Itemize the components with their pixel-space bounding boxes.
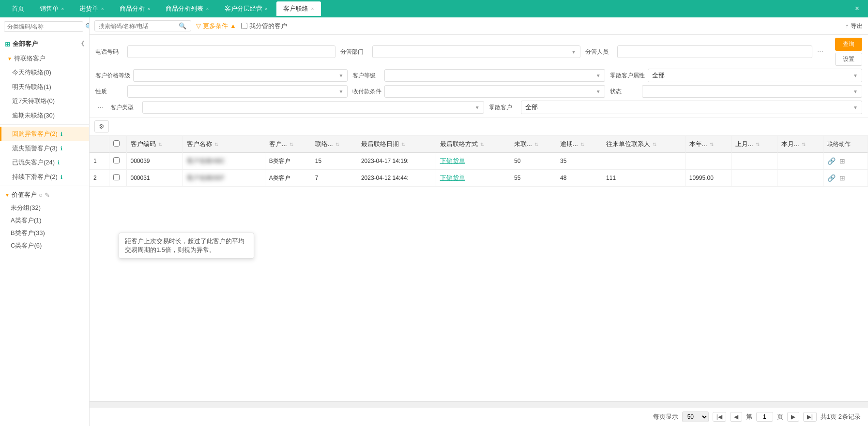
payment-select[interactable]: ▼ <box>384 85 605 98</box>
tab-customer-tier-close[interactable]: × <box>265 6 268 12</box>
next-page-btn[interactable]: ▶ <box>787 412 799 422</box>
tab-sales[interactable]: 销售单 × <box>33 1 71 16</box>
pending-section-header[interactable]: ▼ 待联络客户 <box>0 52 89 65</box>
customer-name-2: 客户名称DEF <box>187 174 225 181</box>
sidebar-search-icon[interactable]: 🔍 <box>85 23 90 30</box>
sidebar-item-already-lost[interactable]: 已流失客户(24) ℹ <box>0 155 89 170</box>
col-uncontacted: 未联... ⇅ <box>510 136 556 153</box>
tab-analysis-list-close[interactable]: × <box>206 6 209 12</box>
sidebar-item-repurchase-abnormal[interactable]: 回购异常客户(2) ℹ <box>0 127 89 141</box>
per-page-select[interactable]: 50 20 100 <box>682 411 709 422</box>
window-close-btn[interactable]: × <box>851 4 863 13</box>
sidebar-item-7days[interactable]: 近7天待联络(0) <box>0 94 89 108</box>
sidebar-item-tomorrow[interactable]: 明天待联络(1) <box>0 80 89 94</box>
all-customers-header[interactable]: ⊞ 全部客户 《 <box>0 36 89 52</box>
sidebar-item-ungrouped[interactable]: 未分组(32) <box>0 202 89 214</box>
tab-purchase[interactable]: 进货单 × <box>73 1 110 16</box>
col-last-month-sort[interactable]: ⇅ <box>756 142 760 147</box>
prev-page-btn[interactable]: ◀ <box>730 412 742 422</box>
more-conditions-btn[interactable]: ▽ 更多条件 ▲ <box>196 22 236 30</box>
col-last-contact-date: 最后联络日期 ⇅ <box>357 136 436 153</box>
customer-grade-select[interactable]: ▼ <box>384 69 605 82</box>
filter-search-icon[interactable]: 🔍 <box>179 22 186 29</box>
sidebar-item-declining[interactable]: 持续下滑客户(2) ℹ <box>0 170 89 184</box>
table-container: 距客户上次交易时长，超过了此客户的平均交易周期的1.5倍，则视为异常。 客户编码… <box>90 136 868 401</box>
filter-search-input[interactable] <box>99 23 176 29</box>
col-code-sort[interactable]: ⇅ <box>158 142 162 147</box>
first-page-btn[interactable]: |◀ <box>713 412 726 422</box>
last-page-btn[interactable]: ▶| <box>803 412 817 422</box>
row2-checkbox[interactable] <box>113 174 120 180</box>
col-customer-type-sort[interactable]: ⇅ <box>289 142 293 147</box>
status-select[interactable]: ▼ <box>642 85 862 98</box>
col-last-contact-date-sort[interactable]: ⇅ <box>401 142 405 147</box>
col-overdue-sort[interactable]: ⇅ <box>580 142 584 147</box>
filter-toolbar: 🔍 ▽ 更多条件 ▲ 我分管的客户 ↑ 导出 <box>90 17 868 35</box>
table-row[interactable]: 2 000031 客户名称DEF A类客户 7 2023-04-12 14:44… <box>90 170 868 187</box>
sidebar-item-lost-warning[interactable]: 流失预警客户(3) ℹ <box>0 141 89 156</box>
cell-uncontacted-1: 50 <box>510 153 556 170</box>
tab-customer-contact-close[interactable]: × <box>311 6 314 12</box>
export-icon: ↑ <box>846 22 849 29</box>
cell-this-year-2: 10995.00 <box>685 170 731 187</box>
table-gear-btn[interactable]: ⚙ <box>94 120 109 132</box>
sidebar-item-a-class[interactable]: A类客户(1) <box>0 214 89 227</box>
tab-customer-contact[interactable]: 客户联络 × <box>276 1 320 16</box>
sidebar-item-b-class[interactable]: B类客户(33) <box>0 227 89 239</box>
tab-analysis[interactable]: 商品分析 × <box>113 1 157 16</box>
cell-contacts-2: 111 <box>602 170 685 187</box>
tab-analysis-list[interactable]: 商品分析列表 × <box>159 1 215 16</box>
value-edit-icon[interactable]: ○ <box>39 191 43 199</box>
customer-type-select[interactable]: ▼ <box>142 101 484 114</box>
col-contact-count-sort[interactable]: ⇅ <box>335 142 339 147</box>
action-grid-icon-2[interactable]: ⊞ <box>839 174 845 182</box>
action-link-icon-1[interactable]: 🔗 <box>827 157 836 165</box>
query-btn[interactable]: 查询 <box>835 38 862 51</box>
value-edit2-icon[interactable]: ✎ <box>45 191 50 199</box>
sidebar-item-c-class[interactable]: C类客户(6) <box>0 239 89 252</box>
total-label: 共1页 2条记录 <box>821 412 861 421</box>
tab-customer-tier[interactable]: 客户分层经营 × <box>218 1 274 16</box>
select-all-checkbox[interactable] <box>113 140 120 147</box>
tab-analysis-close[interactable]: × <box>147 6 150 12</box>
settings-btn[interactable]: 设置 <box>835 53 862 66</box>
nature-select[interactable]: ▼ <box>127 85 348 98</box>
retail-attr-select[interactable]: 全部 ▼ <box>648 69 862 82</box>
col-this-month-sort[interactable]: ⇅ <box>802 142 806 147</box>
action-link-icon-2[interactable]: 🔗 <box>827 174 836 182</box>
row1-checkbox[interactable] <box>113 157 120 163</box>
dept-select[interactable]: ▼ <box>372 45 580 58</box>
value-arrow: ▼ <box>5 192 10 198</box>
content-area: 🔍 ▽ 更多条件 ▲ 我分管的客户 ↑ 导出 电话号码 <box>90 17 868 426</box>
method-link-2[interactable]: 下销货单 <box>440 174 465 181</box>
col-name-sort[interactable]: ⇅ <box>214 142 218 147</box>
filter-dept: 分管部门 ▼ <box>340 45 580 58</box>
method-link-1[interactable]: 下销货单 <box>440 157 465 164</box>
col-uncontacted-sort[interactable]: ⇅ <box>534 142 538 147</box>
sidebar-search-input[interactable] <box>4 21 83 32</box>
person-select[interactable] <box>617 45 812 58</box>
phone-input[interactable] <box>127 45 335 58</box>
retail-customer-select[interactable]: 全部 ▼ <box>521 101 862 114</box>
cell-code-2: 000031 <box>126 170 183 187</box>
table-row[interactable]: 1 000039 客户名称ABC B类客户 15 2023-04-17 14:1… <box>90 153 868 170</box>
action-grid-icon-1[interactable]: ⊞ <box>839 157 845 165</box>
col-this-year-sort[interactable]: ⇅ <box>710 142 714 147</box>
cell-method-1: 下销货单 <box>436 153 510 170</box>
tab-sales-close[interactable]: × <box>61 6 64 12</box>
price-grade-select[interactable]: ▼ <box>133 69 348 82</box>
tab-purchase-close[interactable]: × <box>101 6 104 12</box>
horizontal-scrollbar[interactable] <box>90 401 868 407</box>
tab-home[interactable]: 首页 <box>5 1 31 16</box>
sidebar-item-overdue[interactable]: 逾期未联络(30) <box>0 108 89 123</box>
person-dots[interactable]: ··· <box>815 47 825 56</box>
sidebar-item-today[interactable]: 今天待联络(0) <box>0 65 89 80</box>
my-customers-check[interactable] <box>241 23 247 29</box>
cell-this-month-1 <box>777 153 823 170</box>
customer-type-caret: ▼ <box>475 105 480 110</box>
row4-dots[interactable]: ··· <box>95 103 106 112</box>
col-last-contact-method-sort[interactable]: ⇅ <box>480 142 484 147</box>
page-input[interactable] <box>756 412 773 422</box>
col-contacts-sort[interactable]: ⇅ <box>653 142 656 147</box>
export-btn[interactable]: ↑ 导出 <box>846 22 864 30</box>
